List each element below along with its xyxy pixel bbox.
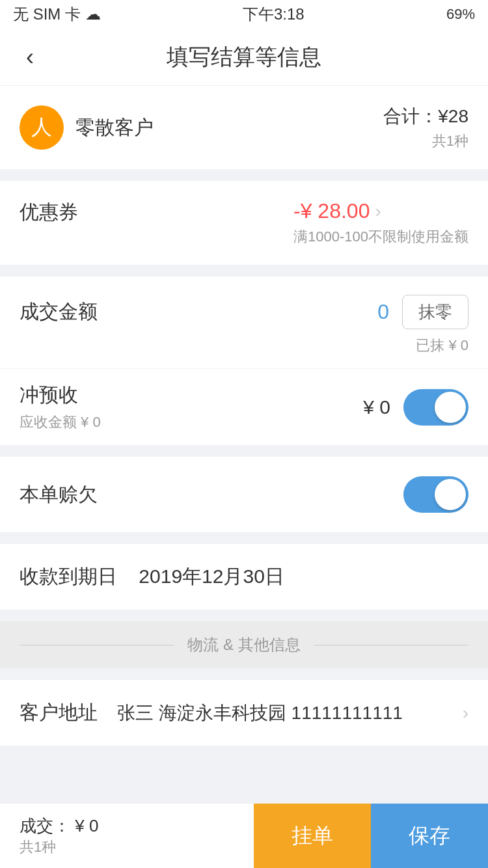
page-title: 填写结算等信息 (167, 42, 321, 72)
coupon-label: 优惠券 (20, 199, 78, 226)
status-bar: 无 SIM 卡 ☁ 下午3:18 69% (0, 0, 488, 29)
back-button[interactable]: ‹ (20, 37, 40, 77)
bottom-summary: 成交： ¥ 0 共1种 (0, 815, 254, 857)
duedate-label: 收款到期日 (20, 565, 117, 587)
divider-line-right (314, 645, 468, 645)
amount-label: 成交金额 (20, 299, 98, 325)
rounded-sub: 已抹 ¥ 0 (0, 336, 488, 368)
customer-count: 共1种 (383, 131, 468, 151)
bottom-transaction-label: 成交： (20, 816, 70, 835)
customer-total: 合计：¥28 (383, 104, 468, 129)
prepay-right: ¥ 0 (363, 389, 468, 426)
debt-toggle-knob (435, 479, 466, 510)
bottom-transaction: 成交： ¥ 0 (20, 815, 234, 837)
amount-row: 成交金额 0 抹零 (0, 277, 488, 336)
duedate-value: 2019年12月30日 (139, 565, 284, 587)
coupon-discount: -¥ 28.00 (293, 199, 370, 223)
divider-section: 物流 & 其他信息 (0, 621, 488, 668)
customer-info: 人 零散客户 (20, 105, 154, 150)
duedate-section: 收款到期日 2019年12月30日 (0, 544, 488, 610)
coupon-right: -¥ 28.00 › 满1000-100不限制使用金额 (293, 199, 468, 247)
divider-text: 物流 & 其他信息 (174, 634, 313, 655)
status-right: 69% (446, 6, 475, 23)
signal-text: 无 SIM 卡 ☁ (13, 4, 101, 25)
prepay-amount: ¥ 0 (363, 396, 390, 418)
prepay-toggle[interactable] (403, 389, 468, 426)
prepay-sub: 应收金额 ¥ 0 (20, 413, 101, 432)
debt-toggle[interactable] (403, 476, 468, 513)
save-button[interactable]: 保存 (371, 804, 488, 868)
status-left: 无 SIM 卡 ☁ (13, 4, 101, 25)
prepay-row: 冲预收 应收金额 ¥ 0 ¥ 0 (0, 368, 488, 445)
avatar: 人 (20, 105, 64, 150)
debt-label: 本单赊欠 (20, 481, 98, 508)
bottom-count: 共1种 (20, 837, 234, 857)
prepay-label: 冲预收 (20, 382, 101, 409)
round-zero-button[interactable]: 抹零 (402, 295, 468, 329)
customer-name: 零散客户 (75, 115, 154, 141)
customer-totals: 合计：¥28 共1种 (383, 104, 468, 151)
address-section[interactable]: 客户地址 张三 海淀永丰科技园 11111111111 › (0, 680, 488, 746)
customer-section: 人 零散客户 合计：¥28 共1种 (0, 86, 488, 169)
address-value: 张三 海淀永丰科技园 11111111111 (117, 701, 438, 726)
chevron-right-icon: › (375, 201, 381, 222)
avatar-icon: 人 (31, 113, 52, 142)
address-label: 客户地址 (20, 699, 98, 726)
amount-value: 0 (377, 300, 389, 324)
coupon-description: 满1000-100不限制使用金额 (293, 227, 468, 247)
amount-section: 成交金额 0 抹零 已抹 ¥ 0 冲预收 应收金额 ¥ 0 ¥ 0 (0, 277, 488, 445)
prepay-left: 冲预收 应收金额 ¥ 0 (20, 382, 101, 432)
battery-text: 69% (446, 6, 475, 23)
amount-right: 0 抹零 (377, 295, 468, 329)
address-chevron-icon: › (463, 703, 468, 724)
toggle-knob (435, 392, 466, 423)
divider-line-left (20, 645, 174, 645)
debt-section: 本单赊欠 (0, 457, 488, 532)
status-time: 下午3:18 (243, 4, 305, 25)
bottom-transaction-value: ¥ 0 (75, 816, 98, 835)
bottom-bar: 成交： ¥ 0 共1种 挂单 保存 (0, 803, 488, 868)
coupon-section[interactable]: 优惠券 -¥ 28.00 › 满1000-100不限制使用金额 (0, 181, 488, 265)
nav-bar: ‹ 填写结算等信息 (0, 29, 488, 86)
pending-button[interactable]: 挂单 (254, 804, 371, 868)
